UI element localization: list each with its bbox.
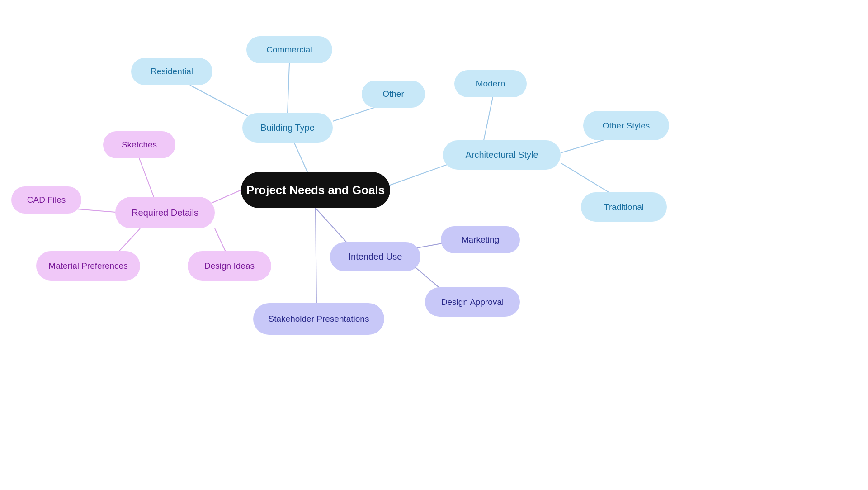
modern-node[interactable]: Modern (454, 70, 527, 97)
design-approval-node[interactable]: Design Approval (425, 287, 520, 317)
traditional-node[interactable]: Traditional (581, 192, 667, 222)
cad-files-node[interactable]: CAD Files (11, 186, 81, 214)
marketing-node[interactable]: Marketing (441, 226, 520, 253)
material-preferences-node[interactable]: Material Preferences (36, 251, 140, 281)
svg-line-7 (561, 163, 613, 195)
other-styles-node[interactable]: Other Styles (583, 111, 669, 140)
stakeholder-presentations-node[interactable]: Stakeholder Presentations (253, 303, 384, 335)
intended-use-node[interactable]: Intended Use (330, 242, 420, 271)
design-ideas-node[interactable]: Design Ideas (188, 251, 271, 281)
svg-line-1 (288, 63, 289, 113)
svg-line-5 (484, 97, 493, 140)
required-details-node[interactable]: Required Details (115, 197, 215, 228)
residential-node[interactable]: Residential (131, 58, 212, 85)
other-building-node[interactable]: Other (362, 81, 425, 108)
svg-line-9 (139, 158, 154, 197)
building-type-node[interactable]: Building Type (242, 113, 333, 143)
center-node[interactable]: Project Needs and Goals (241, 172, 390, 208)
sketches-node[interactable]: Sketches (103, 131, 175, 158)
svg-line-16 (316, 208, 316, 308)
commercial-node[interactable]: Commercial (246, 36, 332, 63)
architectural-style-node[interactable]: Architectural Style (443, 140, 561, 170)
